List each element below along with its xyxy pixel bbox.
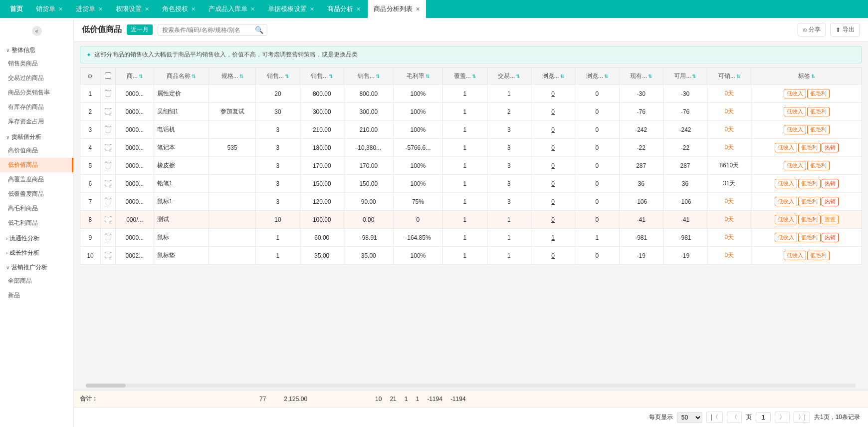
col-gear[interactable]: ⚙ — [80, 68, 101, 85]
browse-link[interactable]: 1 — [551, 234, 555, 241]
col-sales-qty[interactable]: 销售...⇅ — [256, 68, 300, 85]
col-sales-price[interactable]: 销售...⇅ — [300, 68, 344, 85]
nav-close-role[interactable]: ✕ — [191, 6, 196, 12]
last-page-btn[interactable]: 〉| — [794, 412, 810, 423]
cell-browse1[interactable]: 0 — [531, 157, 575, 175]
sidebar-section-contribution[interactable]: ∨ 贡献值分析 — [0, 129, 73, 143]
select-all-checkbox[interactable] — [105, 72, 111, 79]
row-checkbox[interactable] — [105, 162, 111, 168]
tag-低收入[interactable]: 低收入 — [775, 233, 797, 242]
tag-低毛利[interactable]: 低毛利 — [798, 215, 821, 224]
col-spec[interactable]: 规格...⇅ — [209, 68, 255, 85]
sidebar-item-low-profit[interactable]: 低毛利商品 — [0, 216, 73, 230]
col-saleable[interactable]: 可销...⇅ — [707, 68, 751, 85]
col-code[interactable]: 商...⇅ — [115, 68, 154, 85]
col-browse1[interactable]: 浏览...⇅ — [531, 68, 575, 85]
nav-close-product-analysis[interactable]: ✕ — [356, 6, 361, 12]
cell-browse1[interactable]: 0 — [531, 103, 575, 121]
cell-checkbox[interactable] — [100, 139, 115, 157]
browse-link[interactable]: 0 — [551, 108, 555, 115]
row-checkbox[interactable] — [105, 180, 111, 186]
browse-link[interactable]: 0 — [551, 144, 555, 151]
sidebar-item-low-coverage[interactable]: 低覆盖度商品 — [0, 187, 73, 201]
tag-热销[interactable]: 热销 — [822, 179, 839, 188]
cell-checkbox[interactable] — [100, 85, 115, 103]
scroll-thumb[interactable] — [86, 384, 126, 388]
cell-checkbox[interactable] — [100, 211, 115, 229]
tag-低收入[interactable]: 低收入 — [775, 179, 797, 188]
nav-product-in[interactable]: 产成品入库单 ✕ — [203, 0, 261, 18]
browse-link[interactable]: 0 — [551, 90, 555, 97]
tag-低收入[interactable]: 低收入 — [775, 197, 797, 206]
cell-browse1[interactable]: 0 — [531, 211, 575, 229]
browse-link[interactable]: 0 — [551, 180, 555, 187]
row-checkbox[interactable] — [105, 108, 111, 114]
page-size-select[interactable]: 50 100 200 — [677, 412, 702, 423]
nav-product-analysis-list[interactable]: 商品分析列表 ✕ — [368, 0, 426, 18]
cell-checkbox[interactable] — [100, 103, 115, 121]
cell-browse1[interactable]: 0 — [531, 193, 575, 211]
tag-热销[interactable]: 热销 — [822, 143, 839, 152]
col-trade[interactable]: 交易...⇅ — [487, 68, 531, 85]
export-button[interactable]: ⬆ 导出 — [830, 23, 860, 36]
sidebar-section-growth[interactable]: › 成长性分析 — [0, 245, 73, 259]
cell-checkbox[interactable] — [100, 157, 115, 175]
tag-低收入[interactable]: 低收入 — [784, 107, 806, 116]
nav-role[interactable]: 角色授权 ✕ — [156, 0, 202, 18]
tag-低收入[interactable]: 低收入 — [784, 89, 806, 98]
nav-home[interactable]: 首页 — [4, 0, 29, 18]
tag-低毛利[interactable]: 低毛利 — [798, 179, 821, 188]
sidebar-item-inventory-fund[interactable]: 库存资金占用 — [0, 114, 73, 129]
sidebar-item-high-profit[interactable]: 高毛利商品 — [0, 201, 73, 216]
next-page-btn[interactable]: 〉 — [775, 412, 790, 423]
nav-permission[interactable]: 权限设置 ✕ — [110, 0, 155, 18]
browse-link[interactable]: 0 — [551, 216, 555, 223]
browse-link[interactable]: 0 — [551, 252, 555, 259]
tag-低毛利[interactable]: 低毛利 — [798, 143, 821, 152]
tag-热销[interactable]: 热销 — [822, 233, 839, 242]
search-input[interactable] — [158, 24, 267, 36]
tag-低毛利[interactable]: 低毛利 — [807, 161, 830, 170]
settings-icon[interactable]: ⚙ — [87, 73, 93, 80]
nav-purchase[interactable]: 进货单 ✕ — [70, 0, 109, 18]
sidebar-item-category-rate[interactable]: 商品分类销售率 — [0, 85, 73, 100]
cell-checkbox[interactable] — [100, 229, 115, 247]
sidebar-collapse-btn[interactable]: « — [32, 26, 42, 36]
nav-product-analysis[interactable]: 商品分析 ✕ — [321, 0, 367, 18]
row-checkbox[interactable] — [105, 234, 111, 240]
nav-close-analysis-list[interactable]: ✕ — [416, 6, 420, 12]
sidebar-section-flow[interactable]: › 流通性分析 — [0, 230, 73, 245]
cell-browse1[interactable]: 0 — [531, 121, 575, 139]
browse-link[interactable]: 0 — [551, 162, 555, 169]
row-checkbox[interactable] — [105, 252, 111, 258]
sidebar-item-traded-products[interactable]: 交易过的商品 — [0, 71, 73, 85]
row-checkbox[interactable] — [105, 126, 111, 132]
cell-browse1[interactable]: 0 — [531, 247, 575, 265]
tag-低收入[interactable]: 低收入 — [775, 215, 797, 224]
nav-close-sales[interactable]: ✕ — [58, 6, 63, 12]
cell-checkbox[interactable] — [100, 175, 115, 193]
row-checkbox[interactable] — [105, 144, 111, 150]
tag-低毛利[interactable]: 低毛利 — [807, 125, 830, 134]
page-input[interactable] — [756, 412, 771, 423]
row-checkbox[interactable] — [105, 198, 111, 204]
prev-page-btn[interactable]: 〈 — [727, 412, 742, 423]
col-browse2[interactable]: 浏览...⇅ — [575, 68, 619, 85]
cell-browse1[interactable]: 0 — [531, 175, 575, 193]
tag-低收入[interactable]: 低收入 — [775, 143, 797, 152]
cell-checkbox[interactable] — [100, 247, 115, 265]
col-sales-amount[interactable]: 销售...⇅ — [344, 68, 393, 85]
col-gross-rate[interactable]: 毛利率⇅ — [393, 68, 443, 85]
sidebar-item-high-coverage[interactable]: 高覆盖度商品 — [0, 172, 73, 187]
col-usable[interactable]: 可用...⇅ — [663, 68, 707, 85]
sidebar-item-new-products[interactable]: 新品 — [0, 288, 73, 303]
sidebar-item-all-products[interactable]: 全部商品 — [0, 274, 73, 288]
horizontal-scrollbar[interactable] — [86, 384, 856, 388]
tag-低毛利[interactable]: 低毛利 — [807, 107, 830, 116]
nav-close-product-in[interactable]: ✕ — [250, 6, 255, 12]
tag-置置[interactable]: 置置 — [822, 215, 839, 224]
col-current[interactable]: 现有...⇅ — [619, 68, 663, 85]
sidebar-section-marketing[interactable]: ∨ 营销推广分析 — [0, 259, 73, 274]
col-coverage[interactable]: 覆盖...⇅ — [443, 68, 487, 85]
share-button[interactable]: ⎋ 分享 — [798, 23, 826, 36]
